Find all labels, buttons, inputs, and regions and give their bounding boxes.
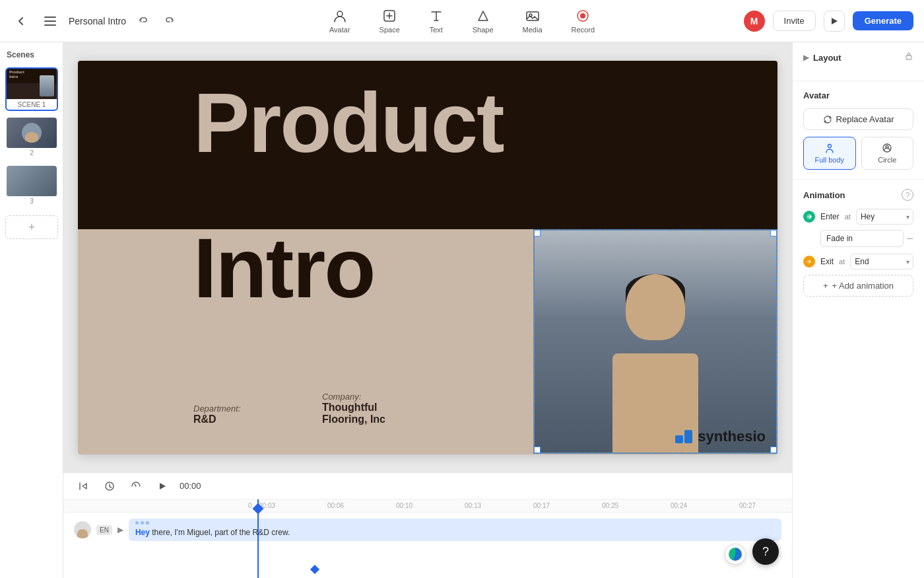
bottom-diamond[interactable] <box>310 565 319 574</box>
timeline-clock-button[interactable] <box>100 477 119 495</box>
layout-title: Layout <box>813 53 842 63</box>
timeline-speed-button[interactable] <box>127 477 145 495</box>
person-figure <box>589 261 721 454</box>
tool-text[interactable]: Text <box>424 5 449 38</box>
animation-help-icon[interactable]: ? <box>902 189 913 201</box>
track-avatar-icon <box>74 521 91 538</box>
selection-handle-tr[interactable] <box>770 230 777 236</box>
fade-in-remove-icon[interactable]: − <box>906 233 913 244</box>
layout-lock-icon <box>904 52 913 63</box>
track-dot-1 <box>135 521 139 524</box>
tool-shape-label: Shape <box>473 26 494 34</box>
right-panel: ▶ Layout Avatar Replace Avatar Full bod <box>792 42 924 578</box>
timeline-area: 00:00 0 00:03 00:06 00:10 00:13 00:17 00… <box>63 472 792 578</box>
exit-row: Exit at End Hey Start <box>803 254 913 270</box>
exit-label: Exit <box>820 257 834 266</box>
add-animation-button[interactable]: + + Add animation <box>803 275 913 297</box>
add-scene-icon: + <box>28 221 36 235</box>
track-content[interactable]: Hey there, I'm Miguel, part of the R&D c… <box>129 519 781 541</box>
tool-record-label: Record <box>572 26 595 34</box>
replace-avatar-button[interactable]: Replace Avatar <box>803 108 913 130</box>
timeline-body: 0 00:03 00:06 00:10 00:13 00:17 00:25 00… <box>63 499 792 578</box>
svg-point-0 <box>337 11 343 17</box>
timeline-play-button[interactable] <box>153 477 172 495</box>
back-button[interactable] <box>11 11 32 32</box>
avatar-section-header: Avatar <box>803 90 913 100</box>
enter-time-select[interactable]: Hey Start End <box>856 209 913 225</box>
add-scene-button[interactable]: + <box>5 215 58 239</box>
synthesio-text: synthesio <box>698 428 766 445</box>
tick-5: 00:17 <box>533 502 602 509</box>
replace-avatar-label: Replace Avatar <box>836 114 894 124</box>
track-expand-button[interactable]: ▶ <box>117 525 123 534</box>
layout-section: ▶ Layout <box>793 42 924 81</box>
scene-thumb-2[interactable]: 2 <box>5 116 58 159</box>
tool-media[interactable]: Media <box>517 5 548 38</box>
selection-handle-bl[interactable] <box>534 447 541 453</box>
slide-dept-label: Department: <box>193 404 241 414</box>
enter-row: Enter at Hey Start End <box>803 209 913 225</box>
exit-time-select[interactable]: End Hey Start <box>850 254 913 270</box>
help-fab-button[interactable]: ? <box>752 538 779 565</box>
scene-thumb-1[interactable]: ProductIntro SCENE 1 <box>5 67 58 111</box>
toolbar-left: Personal Intro <box>11 11 179 32</box>
play-button[interactable] <box>824 11 845 32</box>
scenes-sidebar: Scenes ProductIntro SCENE 1 2 <box>0 42 63 578</box>
project-title: Personal Intro <box>69 16 126 26</box>
menu-button[interactable] <box>40 11 61 32</box>
scene1-label: SCENE 1 <box>7 101 57 110</box>
generate-button[interactable]: Generate <box>853 11 913 30</box>
avatar-photo-box[interactable] <box>533 229 777 454</box>
tool-shape[interactable]: Shape <box>467 5 499 38</box>
avatar-full-body-button[interactable]: Full body <box>803 137 856 170</box>
layout-title-row: ▶ Layout <box>803 53 842 63</box>
tool-space-label: Space <box>380 26 400 34</box>
tick-7: 00:24 <box>671 502 739 509</box>
svg-rect-7 <box>906 55 911 59</box>
scene-thumb-3[interactable]: 3 <box>5 164 58 207</box>
tick-2: 00:06 <box>327 502 396 509</box>
tool-avatar-label: Avatar <box>329 26 350 34</box>
enter-at-label: at <box>845 213 851 221</box>
synthesio-fab-icon <box>729 548 742 561</box>
timeline-controls: 00:00 <box>63 473 792 499</box>
slide-canvas[interactable]: Product Intro Department: R&D Company: T… <box>78 61 777 454</box>
selection-handle-tl[interactable] <box>534 230 541 236</box>
fade-in-row: Fade in − <box>820 230 913 247</box>
tool-media-label: Media <box>523 26 543 34</box>
track-dots <box>135 521 149 524</box>
track-text-highlight: Hey <box>135 528 150 537</box>
slide-title-product: Product <box>193 81 504 165</box>
svg-point-8 <box>828 145 831 148</box>
layout-section-header: ▶ Layout <box>803 52 913 63</box>
undo-button[interactable] <box>134 12 152 30</box>
tool-avatar[interactable]: Avatar <box>324 5 356 38</box>
exit-at-label: at <box>839 258 845 266</box>
timeline-time-display: 00:00 <box>180 481 201 491</box>
enter-badge <box>803 211 815 223</box>
tool-text-label: Text <box>430 26 443 34</box>
animation-section: Animation ? Enter at Hey Start End <box>793 180 924 306</box>
avatar-circle-button[interactable]: Circle <box>861 137 914 170</box>
tool-record[interactable]: Record <box>566 5 600 38</box>
animation-title: Animation <box>803 190 845 200</box>
invite-button[interactable]: Invite <box>773 11 816 31</box>
synthesio-logo: synthesio <box>675 428 766 445</box>
toolbar-right: M Invite Generate <box>744 11 913 32</box>
ruler-ticks: 0 00:03 00:06 00:10 00:13 00:17 00:25 00… <box>248 502 792 509</box>
selection-handle-br[interactable] <box>770 447 777 453</box>
exit-time-select-wrapper: End Hey Start <box>850 254 913 270</box>
synth-square1 <box>675 435 683 443</box>
slide-company-label: Company: <box>322 392 385 402</box>
redo-button[interactable] <box>160 12 179 30</box>
synth-square2 <box>684 430 692 443</box>
slide-dept: Department: R&D <box>193 404 241 425</box>
slide-dept-value: R&D <box>193 414 241 425</box>
synthesio-fab[interactable] <box>725 544 746 565</box>
tick-6: 00:25 <box>602 502 671 509</box>
tool-space[interactable]: Space <box>374 5 405 38</box>
track-row: EN ▶ Hey there, I'm Miguel, part of the … <box>63 513 792 547</box>
canvas-area: Product Intro Department: R&D Company: T… <box>63 42 792 578</box>
timeline-ruler: 0 00:03 00:06 00:10 00:13 00:17 00:25 00… <box>63 499 792 513</box>
timeline-skip-back-button[interactable] <box>74 477 92 495</box>
